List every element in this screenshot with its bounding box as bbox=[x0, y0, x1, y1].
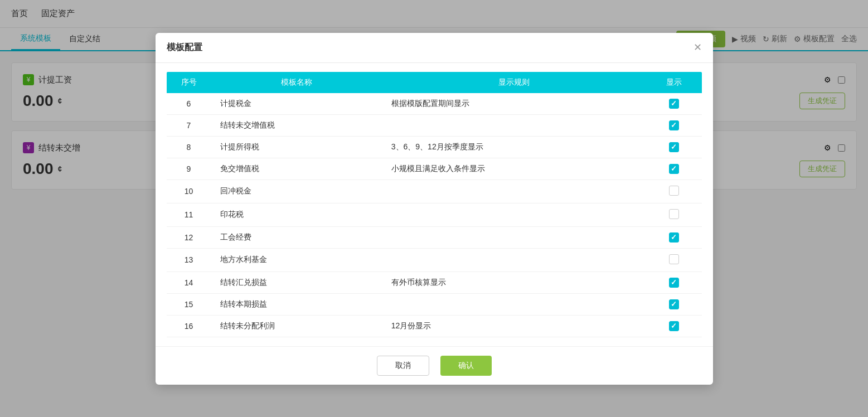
row-checkbox-10[interactable] bbox=[669, 186, 679, 196]
table-row: 6计提税金根据模版配置期间显示 bbox=[167, 93, 702, 115]
modal-header: 模板配置 ✕ bbox=[156, 33, 713, 63]
row-id: 14 bbox=[167, 271, 211, 293]
table-row: 13地方水利基金 bbox=[167, 248, 702, 271]
row-checkbox-cell bbox=[646, 136, 702, 158]
row-rule bbox=[382, 226, 646, 248]
row-checkbox-9[interactable] bbox=[669, 164, 679, 174]
row-checkbox-cell bbox=[646, 315, 702, 337]
row-checkbox-15[interactable] bbox=[669, 299, 679, 309]
row-rule: 小规模且满足收入条件显示 bbox=[382, 158, 646, 180]
row-name: 计提税金 bbox=[211, 93, 382, 115]
table-row: 10回冲税金 bbox=[167, 180, 702, 203]
row-rule bbox=[382, 293, 646, 315]
row-name: 地方水利基金 bbox=[211, 248, 382, 271]
row-name: 免交增值税 bbox=[211, 158, 382, 180]
table-row: 8计提所得税3、6、9、12月按季度显示 bbox=[167, 136, 702, 158]
row-rule bbox=[382, 180, 646, 203]
row-checkbox-cell bbox=[646, 226, 702, 248]
table-row: 11印花税 bbox=[167, 203, 702, 226]
row-checkbox-cell bbox=[646, 203, 702, 226]
modal-close-button[interactable]: ✕ bbox=[694, 42, 702, 52]
table-row: 14结转汇兑损益有外币核算显示 bbox=[167, 271, 702, 293]
row-checkbox-cell bbox=[646, 114, 702, 136]
col-header-display: 显示 bbox=[646, 72, 702, 93]
row-id: 11 bbox=[167, 203, 211, 226]
table-row: 15结转本期损益 bbox=[167, 293, 702, 315]
row-name: 结转本期损益 bbox=[211, 293, 382, 315]
row-name: 结转未分配利润 bbox=[211, 315, 382, 337]
row-rule bbox=[382, 248, 646, 271]
row-rule: 12月份显示 bbox=[382, 315, 646, 337]
row-checkbox-7[interactable] bbox=[669, 120, 679, 130]
row-id: 10 bbox=[167, 180, 211, 203]
config-table: 序号 模板名称 显示规则 显示 6计提税金根据模版配置期间显示7结转未交增值税8… bbox=[167, 72, 702, 337]
table-row: 7结转未交增值税 bbox=[167, 114, 702, 136]
row-name: 计提所得税 bbox=[211, 136, 382, 158]
row-checkbox-6[interactable] bbox=[669, 99, 679, 109]
row-id: 7 bbox=[167, 114, 211, 136]
cancel-button[interactable]: 取消 bbox=[377, 356, 429, 376]
row-rule: 有外币核算显示 bbox=[382, 271, 646, 293]
table-wrapper[interactable]: 序号 模板名称 显示规则 显示 6计提税金根据模版配置期间显示7结转未交增值税8… bbox=[167, 63, 702, 337]
row-checkbox-cell bbox=[646, 180, 702, 203]
row-id: 8 bbox=[167, 136, 211, 158]
table-row: 9免交增值税小规模且满足收入条件显示 bbox=[167, 158, 702, 180]
row-id: 6 bbox=[167, 93, 211, 115]
row-id: 12 bbox=[167, 226, 211, 248]
row-checkbox-14[interactable] bbox=[669, 278, 679, 288]
modal-title: 模板配置 bbox=[167, 42, 202, 54]
row-name: 结转汇兑损益 bbox=[211, 271, 382, 293]
col-header-rule: 显示规则 bbox=[382, 72, 646, 93]
row-checkbox-cell bbox=[646, 158, 702, 180]
modal-body: 序号 模板名称 显示规则 显示 6计提税金根据模版配置期间显示7结转未交增值税8… bbox=[156, 63, 713, 346]
row-name: 结转未交增值税 bbox=[211, 114, 382, 136]
row-name: 工会经费 bbox=[211, 226, 382, 248]
row-checkbox-11[interactable] bbox=[669, 209, 679, 219]
row-checkbox-8[interactable] bbox=[669, 142, 679, 152]
table-body: 6计提税金根据模版配置期间显示7结转未交增值税8计提所得税3、6、9、12月按季… bbox=[167, 93, 702, 337]
table-row: 16结转未分配利润12月份显示 bbox=[167, 315, 702, 337]
row-checkbox-16[interactable] bbox=[669, 321, 679, 331]
modal-overlay: 模板配置 ✕ 序号 模板名称 显示规则 显示 6计提税金根据模版配置期间显 bbox=[0, 0, 868, 417]
col-header-name: 模板名称 bbox=[211, 72, 382, 93]
row-checkbox-cell bbox=[646, 271, 702, 293]
modal-footer: 取消 确认 bbox=[156, 346, 713, 385]
row-checkbox-13[interactable] bbox=[669, 254, 679, 264]
confirm-button[interactable]: 确认 bbox=[440, 356, 492, 376]
row-id: 15 bbox=[167, 293, 211, 315]
row-rule: 3、6、9、12月按季度显示 bbox=[382, 136, 646, 158]
row-name: 回冲税金 bbox=[211, 180, 382, 203]
row-rule bbox=[382, 203, 646, 226]
row-checkbox-12[interactable] bbox=[669, 232, 679, 243]
row-checkbox-cell bbox=[646, 293, 702, 315]
table-header-row: 序号 模板名称 显示规则 显示 bbox=[167, 72, 702, 93]
row-id: 13 bbox=[167, 248, 211, 271]
col-header-id: 序号 bbox=[167, 72, 211, 93]
row-rule: 根据模版配置期间显示 bbox=[382, 93, 646, 115]
row-id: 9 bbox=[167, 158, 211, 180]
row-checkbox-cell bbox=[646, 93, 702, 115]
row-rule bbox=[382, 114, 646, 136]
row-checkbox-cell bbox=[646, 248, 702, 271]
table-row: 12工会经费 bbox=[167, 226, 702, 248]
template-config-modal: 模板配置 ✕ 序号 模板名称 显示规则 显示 6计提税金根据模版配置期间显 bbox=[156, 33, 713, 385]
row-id: 16 bbox=[167, 315, 211, 337]
row-name: 印花税 bbox=[211, 203, 382, 226]
